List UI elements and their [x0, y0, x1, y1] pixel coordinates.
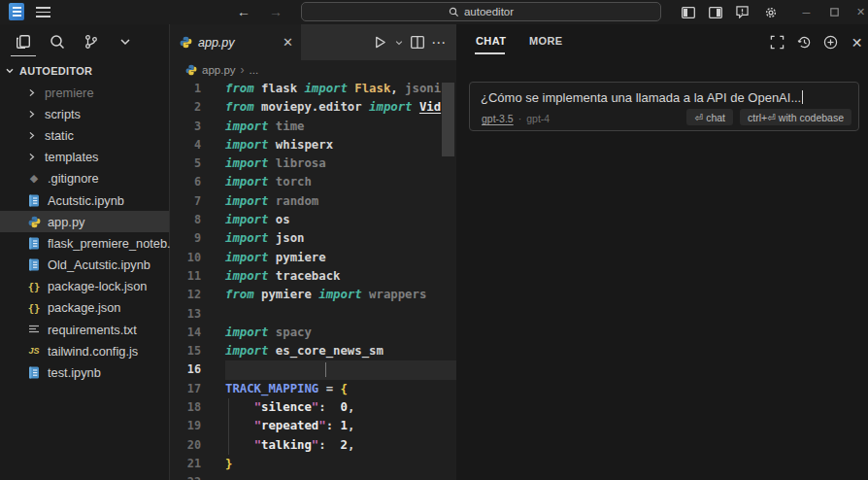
code-line[interactable]: 12from pymiere import wrappers — [170, 286, 456, 304]
model-option-gpt4[interactable]: gpt-4 — [526, 113, 550, 124]
feedback-icon[interactable] — [734, 4, 751, 20]
line-number: 4 — [170, 136, 201, 154]
code-area[interactable]: 1from flask import Flask, jsoni2from mov… — [170, 80, 456, 480]
toggle-panel-left-button[interactable] — [680, 4, 696, 20]
python-icon — [180, 36, 192, 49]
code-line[interactable]: 8import os — [170, 211, 456, 229]
chat-input-value[interactable]: ¿Cómo se implementa una llamada a la API… — [481, 90, 801, 105]
history-icon[interactable] — [796, 34, 813, 51]
tab-bar: app.py ✕ ⋯ — [170, 24, 456, 60]
toggle-panel-right-button[interactable] — [707, 4, 723, 20]
line-number: 13 — [170, 305, 201, 324]
line-number: 21 — [170, 455, 201, 473]
code-line[interactable]: 13 — [170, 305, 456, 324]
text-icon — [26, 325, 42, 335]
file-row[interactable]: premiere — [0, 82, 169, 103]
json-icon: {} — [26, 281, 42, 292]
tab-close-icon[interactable]: ✕ — [283, 36, 293, 49]
line-text: "repeated": 1, — [225, 417, 456, 435]
code-line[interactable]: 17TRACK_MAPPING = { — [170, 380, 456, 398]
tab-chat[interactable]: CHAT — [476, 35, 506, 47]
nav-forward-button[interactable]: → — [269, 2, 283, 21]
submit-codebase-badge[interactable]: ctrl+⏎ with codebase — [740, 109, 851, 125]
run-dropdown-chevron-icon[interactable] — [394, 38, 404, 48]
close-window-button[interactable]: ✕ — [852, 4, 868, 20]
line-number: 19 — [170, 417, 201, 435]
editor-tab-app-py[interactable]: app.py ✕ — [170, 24, 301, 60]
line-number: 11 — [170, 267, 201, 286]
close-chat-button[interactable]: ✕ — [849, 34, 865, 51]
app-logo-icon[interactable] — [9, 3, 24, 20]
file-row[interactable]: Old_Acutstic.ipynb — [0, 255, 169, 276]
code-line[interactable]: 14import spacy — [170, 324, 456, 342]
file-label: flask_premiere_noteb... — [48, 236, 178, 251]
code-line[interactable]: 11import traceback — [170, 267, 456, 286]
command-search-box[interactable]: autoeditor — [301, 2, 661, 21]
code-line[interactable]: 7import random — [170, 192, 456, 211]
file-label: scripts — [45, 107, 81, 121]
breadcrumb-symbol[interactable]: ... — [250, 64, 259, 76]
file-row-selected[interactable]: app.py — [0, 211, 169, 232]
code-line[interactable]: 18 "silence": 0, — [170, 398, 456, 417]
file-row[interactable]: {} package-lock.json — [0, 276, 169, 297]
search-icon — [449, 7, 459, 17]
tab-more[interactable]: MORE — [529, 35, 563, 47]
editor-cursor — [325, 362, 326, 377]
file-row[interactable]: flask_premiere_noteb... — [0, 232, 169, 254]
line-number: 16 — [170, 360, 201, 379]
line-text: import torch — [225, 173, 456, 191]
breadcrumb-file[interactable]: app.py — [202, 64, 236, 76]
code-line[interactable]: 10import pymiere — [170, 249, 456, 267]
line-number: 8 — [170, 211, 201, 229]
code-line[interactable]: 5import librosa — [170, 154, 456, 173]
code-line[interactable]: 16 — [170, 360, 456, 379]
file-label: tailwind.config.js — [48, 344, 138, 359]
model-selector-gpt35[interactable]: gpt-3.5 — [482, 113, 514, 124]
chat-input-box[interactable]: ¿Cómo se implementa una llamada a la API… — [469, 82, 859, 131]
file-row[interactable]: scripts — [0, 103, 169, 124]
file-row[interactable]: {} package.json — [0, 297, 169, 319]
code-line[interactable]: 21} — [170, 455, 456, 473]
active-tab-underline — [475, 52, 505, 54]
more-views-chevron-icon[interactable] — [117, 34, 133, 51]
line-number: 15 — [170, 342, 201, 360]
nav-back-button[interactable]: ← — [237, 2, 250, 21]
editor-more-actions-button[interactable]: ⋯ — [431, 34, 447, 51]
menu-icon[interactable] — [36, 7, 50, 17]
run-button[interactable] — [373, 35, 387, 50]
line-text: import traceback — [225, 267, 456, 286]
file-row[interactable]: requirements.txt — [0, 319, 169, 340]
code-line[interactable]: 19 "repeated": 1, — [170, 417, 456, 435]
file-row[interactable]: templates — [0, 147, 169, 168]
explorer-icon[interactable] — [15, 34, 31, 51]
code-line[interactable]: 15import es_core_news_sm — [170, 342, 456, 360]
submit-chat-badge[interactable]: ⏎ chat — [686, 109, 733, 125]
file-row[interactable]: test.ipynb — [0, 361, 169, 383]
file-row[interactable]: JS tailwind.config.js — [0, 340, 169, 361]
code-line[interactable]: 22 — [170, 473, 456, 480]
file-row[interactable]: static — [0, 124, 169, 146]
search-value: autoeditor — [464, 6, 514, 17]
code-line[interactable]: 3import time — [170, 118, 456, 136]
settings-gear-icon[interactable] — [762, 4, 779, 20]
file-row[interactable]: ◆ .gitignore — [0, 168, 169, 189]
new-chat-button[interactable] — [822, 34, 839, 51]
activity-bar — [0, 24, 169, 59]
code-line[interactable]: 2from moviepy.editor import Vid — [170, 98, 456, 117]
code-line[interactable]: 4import whisperx — [170, 136, 456, 154]
source-control-icon[interactable] — [83, 34, 99, 51]
file-row[interactable]: Acutstic.ipynb — [0, 189, 169, 211]
code-line[interactable]: 1from flask import Flask, jsoni — [170, 80, 456, 98]
code-line[interactable]: 20 "talking": 2, — [170, 436, 456, 455]
code-line[interactable]: 6import torch — [170, 173, 456, 191]
explorer-root-header[interactable]: AUTOEDITOR — [0, 59, 169, 82]
code-line[interactable]: 9import json — [170, 229, 456, 248]
minimize-button[interactable]: ─ — [798, 4, 815, 20]
editor-scrollbar-thumb[interactable] — [442, 83, 454, 156]
breadcrumb[interactable]: app.py › ... — [170, 60, 456, 80]
maximize-button[interactable] — [826, 4, 843, 20]
split-editor-button[interactable] — [411, 36, 424, 49]
search-view-icon[interactable] — [49, 34, 65, 51]
line-text: "silence": 0, — [225, 398, 456, 417]
expand-chat-button[interactable] — [769, 34, 785, 51]
